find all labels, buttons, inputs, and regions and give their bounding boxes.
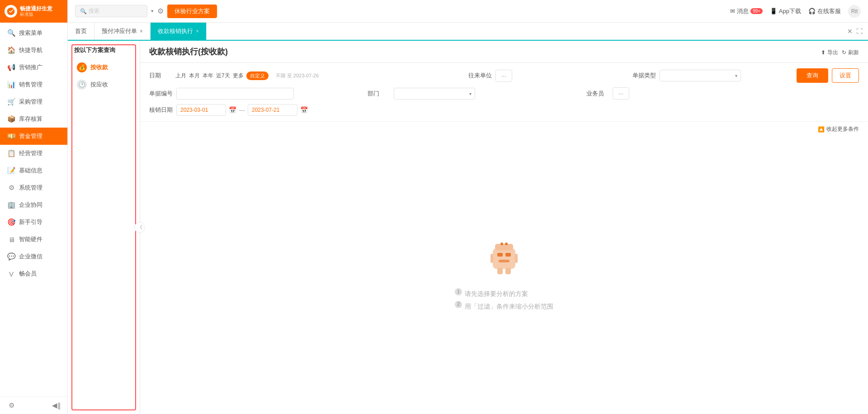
purchase-icon: 🛒 <box>7 98 15 106</box>
search-box[interactable]: 🔍 搜索 <box>75 5 147 17</box>
sidebar-item-system[interactable]: ⚙系统管理 <box>0 179 67 196</box>
inventory-icon: 📦 <box>7 115 15 123</box>
topbar-settings-icon[interactable]: ⚙ <box>157 7 164 15</box>
salesman-picker-btn[interactable]: ··· <box>613 87 629 100</box>
topbar: 🔍 搜索 ▾ ⚙ 休验行业方案 ✉ 消息 99+ 📱 App下载 🎧 在线客服 … <box>68 0 868 23</box>
svg-point-5 <box>500 243 503 245</box>
svg-rect-7 <box>491 254 493 263</box>
doc-type-select[interactable] <box>660 70 741 81</box>
counterparty-field: 往来单位 ··· <box>468 70 623 82</box>
verify-date-end-cal-icon[interactable]: 📅 <box>300 106 308 114</box>
tab-collection-close[interactable]: × <box>196 28 199 34</box>
by-collection-icon: 💰 <box>77 62 87 72</box>
wechat-icon: 💬 <box>7 252 15 261</box>
export-icon: ⬆ <box>821 49 826 56</box>
export-btn[interactable]: ⬆ 导出 <box>821 49 838 57</box>
sidebar-nav: 🔍搜索菜单🏠快捷导航📢营销推广📊销售管理🛒采购管理📦库存核算💴资金管理📋经营管理… <box>0 23 67 396</box>
bottom-settings-icon[interactable]: ⚙ <box>7 401 15 409</box>
svg-rect-3 <box>499 260 509 262</box>
main-area: 🔍 搜索 ▾ ⚙ 休验行业方案 ✉ 消息 99+ 📱 App下载 🎧 在线客服 … <box>68 0 868 414</box>
form-row-2: 单据编号 部门 业务员 ··· <box>149 87 859 100</box>
sidebar-item-hardware[interactable]: 🖥智能硬件 <box>0 231 67 248</box>
filter-option-by-collection[interactable]: 💰 按收款 <box>68 59 140 76</box>
action-buttons: 查询 设置 <box>797 68 859 83</box>
tab-close-btn[interactable]: ✕ <box>847 28 853 35</box>
verify-date-end-input[interactable] <box>248 104 297 116</box>
counterparty-label: 往来单位 <box>468 71 492 80</box>
doc-number-label: 单据编号 <box>149 90 173 98</box>
salesman-label: 业务员 <box>586 90 609 98</box>
doc-type-select-wrapper <box>660 70 741 81</box>
verify-date-group: 📅 — 📅 <box>176 104 308 116</box>
sidebar-item-search-menu[interactable]: 🔍搜索菜单 <box>0 24 67 42</box>
date-field: 日期 上月 本月 本年 近7天 更多 自定义 不限 至 2023-07-26 <box>149 71 459 80</box>
collapse-up-icon: 🔼 <box>818 126 825 133</box>
collapse-sidebar-icon[interactable]: ◀‖ <box>52 401 60 409</box>
sidebar-item-purchase[interactable]: 🛒采购管理 <box>0 93 67 110</box>
search-dropdown-icon[interactable]: ▾ <box>151 8 154 14</box>
logo-icon <box>5 5 17 18</box>
form-row-1: 日期 上月 本月 本年 近7天 更多 自定义 不限 至 2023-07-26 <box>149 68 859 83</box>
sidebar-item-enterprise[interactable]: 🏢企业协同 <box>0 196 67 214</box>
refresh-btn[interactable]: ↻ 刷新 <box>842 49 859 57</box>
sidebar-item-marketing[interactable]: 📢营销推广 <box>0 59 67 76</box>
app-icon: 📱 <box>770 8 777 14</box>
verify-date-start-input[interactable] <box>176 104 226 116</box>
svg-rect-1 <box>497 253 503 257</box>
online-service-item[interactable]: 🎧 在线客服 <box>808 7 841 15</box>
svg-rect-9 <box>497 268 503 274</box>
date-custom-tag[interactable]: 自定义 <box>246 71 269 80</box>
industry-solution-btn[interactable]: 休验行业方案 <box>167 5 217 18</box>
svg-point-6 <box>505 243 508 245</box>
counterparty-picker-btn[interactable]: ··· <box>495 70 512 82</box>
filter-panel-border <box>71 44 136 410</box>
form-row-3: 核销日期 📅 — 📅 <box>149 104 859 116</box>
sidebar-item-operation[interactable]: 📋经营管理 <box>0 145 67 162</box>
collapse-conditions-btn[interactable]: 🔼 收起更多条件 <box>818 125 859 133</box>
form-settings-btn[interactable]: 设置 <box>832 68 859 83</box>
filter-option-by-receivable[interactable]: 🕐 按应收 <box>68 76 140 93</box>
date-last-month[interactable]: 上月 <box>175 72 186 80</box>
marketing-icon: 📢 <box>7 63 15 71</box>
svg-rect-4 <box>495 244 513 250</box>
sidebar-item-inventory[interactable]: 📦库存核算 <box>0 110 67 128</box>
sidebar-item-quick-nav[interactable]: 🏠快捷导航 <box>0 42 67 59</box>
query-btn[interactable]: 查询 <box>797 68 828 83</box>
filter-collapse-btn[interactable]: 《 <box>134 222 145 233</box>
date-range-info: 不限 至 2023-07-26 <box>276 72 319 79</box>
tab-prepay-close[interactable]: × <box>140 28 143 34</box>
sidebar-item-basic-info[interactable]: 📝基础信息 <box>0 162 67 179</box>
sidebar-item-finance[interactable]: 💴资金管理 <box>0 128 67 145</box>
doc-type-label: 单据类型 <box>632 71 656 80</box>
date-more[interactable]: 更多 <box>233 72 244 80</box>
sidebar-item-guide[interactable]: 🎯新手引导 <box>0 214 67 231</box>
verify-date-field: 核销日期 📅 — 📅 <box>149 104 859 116</box>
verify-date-dash: — <box>239 107 245 114</box>
member-icon: V <box>7 270 15 278</box>
verify-date-start-cal-icon[interactable]: 📅 <box>229 106 236 114</box>
user-avatar[interactable]: Rit <box>848 5 861 18</box>
collapse-conditions-bar: 🔼 收起更多条件 <box>140 122 868 133</box>
sales-icon: 📊 <box>7 81 15 89</box>
doc-number-input[interactable] <box>176 88 294 100</box>
sidebar-item-sales[interactable]: 📊销售管理 <box>0 76 67 93</box>
refresh-icon: ↻ <box>842 49 846 56</box>
date-7days[interactable]: 近7天 <box>216 72 230 80</box>
tab-prepay[interactable]: 预付冲应付单 × <box>94 23 151 40</box>
tab-collection[interactable]: 收款核销执行 × <box>151 23 207 40</box>
svg-rect-8 <box>515 254 518 263</box>
service-icon: 🎧 <box>808 8 816 14</box>
sidebar-item-wechat[interactable]: 💬企业微信 <box>0 248 67 265</box>
doc-number-field: 单据编号 <box>149 88 359 100</box>
department-select[interactable] <box>394 88 475 100</box>
tab-home[interactable]: 首页 <box>68 23 94 40</box>
tab-maximize-btn[interactable]: ⛶ <box>856 28 863 35</box>
date-this-year[interactable]: 本年 <box>203 72 213 80</box>
content-area: 按以下方案查询 💰 按收款 🕐 按应收 《 收款核销执行(按收款) ⬆ <box>68 41 868 414</box>
messages-item[interactable]: ✉ 消息 99+ <box>730 7 763 15</box>
app-download-item[interactable]: 📱 App下载 <box>770 7 801 15</box>
date-this-month[interactable]: 本月 <box>189 72 200 80</box>
search-menu-icon: 🔍 <box>7 29 15 37</box>
sidebar-item-member[interactable]: V畅会员 <box>0 265 67 282</box>
quick-nav-icon: 🏠 <box>7 46 15 54</box>
